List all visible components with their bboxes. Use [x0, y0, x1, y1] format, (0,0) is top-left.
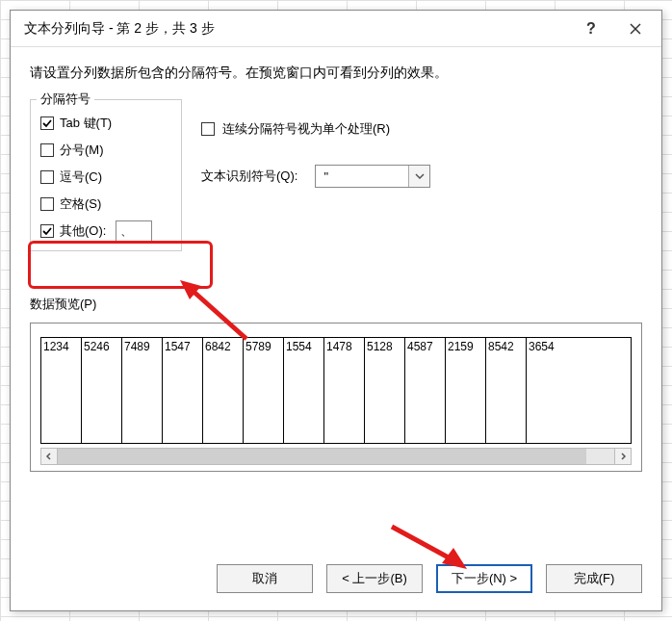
scroll-track[interactable] — [58, 448, 614, 465]
preview-box: 1234524674891547684257891554147851284587… — [30, 323, 642, 472]
back-button[interactable]: < 上一步(B) — [326, 564, 423, 593]
consecutive-label: 连续分隔符号视为单个处理(R) — [222, 120, 390, 138]
other-label: 其他(O): — [60, 222, 106, 240]
consecutive-delimiters-row[interactable]: 连续分隔符号视为单个处理(R) — [201, 120, 642, 138]
text-to-columns-wizard-dialog: 文本分列向导 - 第 2 步，共 3 步 ? 请设置分列数据所包含的分隔符号。在… — [10, 10, 662, 611]
preview-column: 1547 — [162, 338, 202, 443]
chevron-left-icon — [45, 453, 53, 460]
other-delimiter-row[interactable]: 其他(O): — [40, 218, 171, 245]
scroll-thumb[interactable] — [58, 449, 586, 464]
tab-checkbox[interactable] — [40, 116, 54, 130]
preview-column: 3654 — [526, 338, 632, 443]
semicolon-label: 分号(M) — [60, 142, 104, 159]
chevron-down-icon — [415, 173, 425, 179]
scroll-right-button[interactable] — [614, 448, 632, 465]
preview-column: 6842 — [202, 338, 243, 443]
delimiters-legend: 分隔符号 — [37, 91, 94, 108]
comma-delimiter-row[interactable]: 逗号(C) — [40, 164, 171, 191]
preview-column: 5128 — [364, 338, 404, 443]
text-qualifier-label: 文本识别符号(Q): — [201, 168, 297, 185]
scroll-left-button[interactable] — [40, 448, 58, 465]
tab-delimiter-row[interactable]: Tab 键(T) — [40, 110, 171, 137]
preview-grid: 1234524674891547684257891554147851284587… — [40, 337, 632, 444]
dialog-buttons: 取消 < 上一步(B) 下一步(N) > 完成(F) — [11, 549, 661, 610]
comma-checkbox[interactable] — [40, 170, 54, 184]
checkmark-icon — [42, 226, 52, 236]
preview-column: 8542 — [485, 338, 526, 443]
preview-column: 4587 — [404, 338, 445, 443]
cancel-button[interactable]: 取消 — [217, 564, 313, 593]
semicolon-checkbox[interactable] — [40, 143, 54, 157]
preview-column: 1478 — [323, 338, 364, 443]
space-delimiter-row[interactable]: 空格(S) — [40, 191, 171, 218]
other-delimiter-input[interactable] — [116, 220, 152, 242]
preview-scrollbar[interactable] — [40, 448, 632, 465]
text-qualifier-select[interactable]: " — [315, 165, 430, 188]
delimiters-fieldset: 分隔符号 Tab 键(T) 分号(M) — [30, 99, 182, 251]
comma-label: 逗号(C) — [60, 168, 102, 186]
semicolon-delimiter-row[interactable]: 分号(M) — [40, 137, 171, 164]
close-icon — [630, 23, 641, 35]
preview-column: 7489 — [121, 338, 162, 443]
tab-label: Tab 键(T) — [60, 115, 112, 132]
chevron-right-icon — [619, 453, 627, 460]
checkmark-icon — [42, 118, 52, 128]
preview-column: 5246 — [81, 338, 121, 443]
preview-column: 1234 — [40, 338, 81, 443]
consecutive-checkbox[interactable] — [201, 122, 215, 136]
close-button[interactable] — [613, 13, 658, 44]
preview-column: 1554 — [283, 338, 323, 443]
other-checkbox[interactable] — [40, 224, 54, 238]
space-label: 空格(S) — [60, 195, 101, 213]
space-checkbox[interactable] — [40, 197, 54, 211]
next-button[interactable]: 下一步(N) > — [436, 564, 532, 593]
instruction-text: 请设置分列数据所包含的分隔符号。在预览窗口内可看到分列的效果。 — [30, 65, 642, 82]
qualifier-value: " — [316, 169, 408, 184]
dialog-titlebar: 文本分列向导 - 第 2 步，共 3 步 ? — [11, 11, 661, 47]
help-button[interactable]: ? — [569, 13, 613, 44]
preview-column: 2159 — [445, 338, 485, 443]
finish-button[interactable]: 完成(F) — [546, 564, 642, 593]
dialog-title: 文本分列向导 - 第 2 步，共 3 步 — [24, 20, 569, 38]
qualifier-dropdown-button[interactable] — [408, 166, 429, 187]
preview-column: 5789 — [243, 338, 283, 443]
preview-label: 数据预览(P) — [30, 296, 642, 313]
